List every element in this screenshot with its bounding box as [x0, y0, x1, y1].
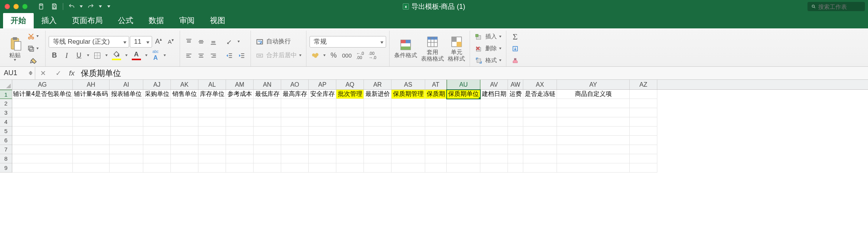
cell-AK6[interactable]: [171, 136, 198, 145]
cell-AM7[interactable]: [226, 145, 254, 154]
cell-AM9[interactable]: [226, 163, 254, 173]
cell-AK1[interactable]: 销售单位: [171, 90, 198, 99]
increase-indent-button[interactable]: [236, 50, 247, 61]
cell-AY5[interactable]: [557, 127, 630, 136]
cell-AX2[interactable]: [523, 99, 557, 108]
cell-AT5[interactable]: [425, 127, 447, 136]
cell-AJ2[interactable]: [143, 99, 171, 108]
cell-AX3[interactable]: [523, 108, 557, 117]
cell-AO6[interactable]: [281, 136, 309, 145]
cell-AX9[interactable]: [523, 163, 557, 173]
cells-area[interactable]: 辅计量4是否包装单位辅计量4条码报表辅单位采购单位销售单位库存单位参考成本最低库…: [12, 90, 868, 173]
cell-AH9[interactable]: [73, 163, 110, 173]
tab-formulas[interactable]: 公式: [110, 13, 141, 28]
cell-AO4[interactable]: [281, 117, 309, 127]
cell-AW1[interactable]: 运费: [508, 90, 523, 99]
name-box[interactable]: AU1: [0, 67, 35, 79]
cell-AQ7[interactable]: [336, 145, 364, 154]
cell-AN1[interactable]: 最低库存: [254, 90, 281, 99]
font-color-button[interactable]: A: [130, 50, 143, 61]
cell-AI2[interactable]: [110, 99, 143, 108]
tab-data[interactable]: 数据: [141, 13, 172, 28]
cell-AH1[interactable]: 辅计量4条码: [73, 90, 110, 99]
align-bottom-button[interactable]: [208, 36, 219, 48]
format-cells-button[interactable]: 格式: [473, 55, 503, 66]
column-header-AH[interactable]: AH: [73, 80, 110, 89]
cell-AU1[interactable]: 保质期单位: [447, 90, 480, 99]
cell-AQ9[interactable]: [336, 163, 364, 173]
decrease-indent-button[interactable]: [224, 50, 235, 61]
cell-AS1[interactable]: 保质期管理: [391, 90, 425, 99]
cell-AT6[interactable]: [425, 136, 447, 145]
cell-AP5[interactable]: [309, 127, 336, 136]
cell-AI7[interactable]: [110, 145, 143, 154]
cell-AV8[interactable]: [480, 154, 508, 163]
cell-AN6[interactable]: [254, 136, 281, 145]
cell-AL5[interactable]: [198, 127, 226, 136]
align-top-button[interactable]: [183, 36, 195, 48]
cell-AV2[interactable]: [480, 99, 508, 108]
wrap-text-button[interactable]: 自动换行: [254, 36, 303, 48]
cell-AS4[interactable]: [391, 117, 425, 127]
minimize-window-button[interactable]: [13, 4, 19, 9]
cell-AV3[interactable]: [480, 108, 508, 117]
cell-AR7[interactable]: [364, 145, 391, 154]
cell-AV1[interactable]: 建档日期: [480, 90, 508, 99]
paste-dropdown[interactable]: [12, 59, 18, 61]
cell-AQ8[interactable]: [336, 154, 364, 163]
font-color-dropdown[interactable]: [144, 54, 149, 56]
accounting-dropdown[interactable]: [322, 54, 327, 56]
cell-AI4[interactable]: [110, 117, 143, 127]
cell-AP3[interactable]: [309, 108, 336, 117]
close-window-button[interactable]: [5, 4, 10, 9]
cell-AK9[interactable]: [171, 163, 198, 173]
spreadsheet-grid[interactable]: AGAHAIAJAKALAMANAOAPAQARASATAUAVAWAXAYAZ…: [0, 80, 868, 173]
cell-AR3[interactable]: [364, 108, 391, 117]
redo-button[interactable]: [85, 2, 96, 11]
cell-AT2[interactable]: [425, 99, 447, 108]
cell-AO8[interactable]: [281, 154, 309, 163]
cell-AN3[interactable]: [254, 108, 281, 117]
cell-AY2[interactable]: [557, 99, 630, 108]
cell-AX4[interactable]: [523, 117, 557, 127]
format-as-table-button[interactable]: 套用 表格格式: [419, 35, 445, 63]
cell-AP4[interactable]: [309, 117, 336, 127]
cell-AU4[interactable]: [447, 117, 480, 127]
clear-button[interactable]: [509, 55, 521, 66]
fx-label[interactable]: fx: [66, 69, 78, 77]
cell-AJ6[interactable]: [143, 136, 171, 145]
column-header-AI[interactable]: AI: [110, 80, 143, 89]
cell-AY7[interactable]: [557, 145, 630, 154]
column-header-AU[interactable]: AU: [447, 80, 480, 89]
cell-AW7[interactable]: [508, 145, 523, 154]
cell-AH7[interactable]: [73, 145, 110, 154]
enter-formula-button[interactable]: ✓: [51, 69, 66, 77]
cell-AJ8[interactable]: [143, 154, 171, 163]
delete-cells-button[interactable]: 删除: [473, 43, 503, 54]
cell-AT8[interactable]: [425, 154, 447, 163]
cell-AQ2[interactable]: [336, 99, 364, 108]
cell-AG1[interactable]: 辅计量4是否包装单位: [12, 90, 73, 99]
cell-AV7[interactable]: [480, 145, 508, 154]
cell-AX6[interactable]: [523, 136, 557, 145]
undo-button[interactable]: [66, 2, 77, 11]
align-right-button[interactable]: [208, 50, 219, 61]
cell-AM3[interactable]: [226, 108, 254, 117]
cell-AK8[interactable]: [171, 154, 198, 163]
cell-AY8[interactable]: [557, 154, 630, 163]
orientation-dropdown[interactable]: [236, 41, 241, 43]
cell-AT1[interactable]: 保质期: [425, 90, 447, 99]
cell-AP8[interactable]: [309, 154, 336, 163]
cell-AT3[interactable]: [425, 108, 447, 117]
cell-AU6[interactable]: [447, 136, 480, 145]
cell-AG6[interactable]: [12, 136, 73, 145]
cell-AU5[interactable]: [447, 127, 480, 136]
cell-AP7[interactable]: [309, 145, 336, 154]
cell-AL3[interactable]: [198, 108, 226, 117]
cell-AO9[interactable]: [281, 163, 309, 173]
cell-AN2[interactable]: [254, 99, 281, 108]
font-name-combo[interactable]: 等线 Regular (正文): [49, 36, 129, 48]
row-header-9[interactable]: 9: [0, 163, 12, 173]
cell-AZ5[interactable]: [630, 127, 657, 136]
cell-AQ3[interactable]: [336, 108, 364, 117]
